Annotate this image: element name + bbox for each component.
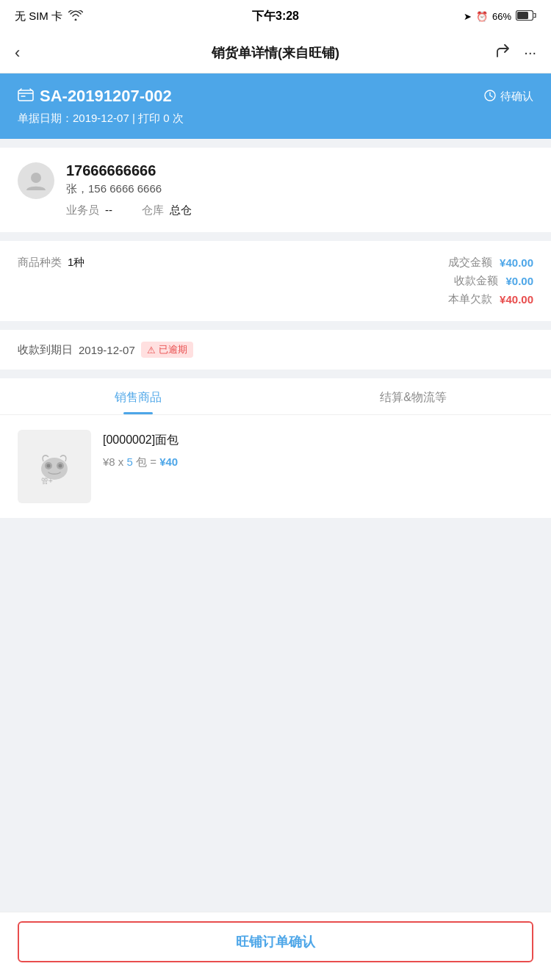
overdue-text: 已逾期 <box>159 343 187 356</box>
clock-icon <box>484 90 496 104</box>
confirm-label: 旺铺订单确认 <box>236 933 315 951</box>
customer-phone: 17666666666 <box>66 162 533 179</box>
share-icon[interactable] <box>494 43 511 62</box>
due-row: 本单欠款 ¥40.00 <box>448 292 533 306</box>
tabs-container: 销售商品 结算&物流等 <box>0 378 551 415</box>
summary-card: 商品种类 1种 成交金额 ¥40.00 收款金额 ¥0.00 本单欠款 ¥40.… <box>0 241 551 321</box>
tab-products[interactable]: 销售商品 <box>0 378 276 414</box>
unit-price: ¥8 <box>103 455 115 468</box>
svg-point-4 <box>31 173 41 183</box>
overdue-badge: ⚠ 已逾期 <box>141 342 193 358</box>
due-date-value: 2019-12-07 <box>79 344 135 356</box>
battery-text: 66% <box>492 11 511 22</box>
tab-settlement[interactable]: 结算&物流等 <box>276 378 551 414</box>
product-types-count: 1种 <box>68 256 84 270</box>
due-date-label: 收款到期日 <box>18 343 73 357</box>
page-title: 销货单详情(来自旺铺) <box>212 44 339 62</box>
unit: 包 <box>136 455 147 468</box>
svg-rect-1 <box>517 12 528 19</box>
summary-row: 商品种类 1种 成交金额 ¥40.00 收款金额 ¥0.00 本单欠款 ¥40.… <box>18 256 533 306</box>
wifi-icon <box>68 10 83 23</box>
sales-rep-label: 业务员 <box>66 203 99 217</box>
received-label: 收款金额 <box>454 274 498 288</box>
order-id-icon <box>18 87 34 106</box>
alarm-icon: ⏰ <box>476 11 488 22</box>
customer-info: 17666666666 张，156 6666 6666 业务员 -- 仓库 总仓 <box>66 162 533 217</box>
svg-point-9 <box>59 464 62 468</box>
product-card: 管+ [0000002]面包 ¥8 x 5 包 = ¥40 <box>0 415 551 518</box>
bottom-bar: 旺铺订单确认 <box>0 912 551 980</box>
order-header: SA-20191207-002 待确认 单据日期：2019-12-07 | 打印… <box>0 73 551 139</box>
battery-icon <box>516 10 536 23</box>
customer-section: 17666666666 张，156 6666 6666 业务员 -- 仓库 总仓 <box>18 162 533 217</box>
equals-sign: = <box>150 455 159 468</box>
due-date-card: 收款到期日 2019-12-07 ⚠ 已逾期 <box>0 330 551 370</box>
product-thumbnail: 管+ <box>18 430 91 503</box>
warehouse-label: 仓库 <box>142 203 164 217</box>
order-id: SA-20191207-002 <box>18 87 172 106</box>
customer-meta: 业务员 -- 仓库 总仓 <box>66 203 533 217</box>
status-bar-right: ➤ ⏰ 66% <box>464 10 536 23</box>
total-price: ¥40 <box>159 455 178 468</box>
received-row: 收款金额 ¥0.00 <box>454 274 533 288</box>
avatar <box>18 162 54 199</box>
empty-area <box>0 518 551 650</box>
product-info: [0000002]面包 ¥8 x 5 包 = ¥40 <box>103 430 533 469</box>
customer-name: 张，156 6666 6666 <box>66 182 533 196</box>
svg-point-8 <box>47 464 51 468</box>
order-header-top: SA-20191207-002 待确认 <box>18 87 533 106</box>
due-value: ¥40.00 <box>500 293 533 306</box>
nav-right-actions: ··· <box>494 43 536 62</box>
summary-right: 成交金额 ¥40.00 收款金额 ¥0.00 本单欠款 ¥40.00 <box>448 256 533 306</box>
transaction-row: 成交金额 ¥40.00 <box>448 256 533 270</box>
status-bar-left: 无 SIM 卡 <box>15 10 83 24</box>
confirm-button[interactable]: 旺铺订单确认 <box>18 921 533 962</box>
product-price: ¥8 x 5 包 = ¥40 <box>103 455 533 469</box>
nav-bar: ‹ 销货单详情(来自旺铺) ··· <box>0 32 551 73</box>
order-status: 待确认 <box>484 90 533 104</box>
warehouse-value: 总仓 <box>170 203 192 217</box>
status-time: 下午3:28 <box>252 9 299 24</box>
transaction-label: 成交金额 <box>448 256 492 270</box>
multiply-sign: x <box>118 455 127 468</box>
product-types-label: 商品种类 <box>18 256 62 270</box>
order-meta: 单据日期：2019-12-07 | 打印 0 次 <box>18 112 533 126</box>
product-name: [0000002]面包 <box>103 433 533 448</box>
carrier-text: 无 SIM 卡 <box>15 10 62 24</box>
sales-rep-value: -- <box>105 203 112 217</box>
transaction-value: ¥40.00 <box>500 256 533 269</box>
back-button[interactable]: ‹ <box>15 43 20 62</box>
location-icon: ➤ <box>464 11 472 22</box>
tab-settlement-label: 结算&物流等 <box>380 391 447 403</box>
received-value: ¥0.00 <box>505 275 533 287</box>
status-bar: 无 SIM 卡 下午3:28 ➤ ⏰ 66% <box>0 0 551 32</box>
summary-left: 商品种类 1种 <box>18 256 84 270</box>
warning-icon: ⚠ <box>147 345 156 356</box>
svg-rect-2 <box>18 90 33 101</box>
due-label: 本单欠款 <box>448 292 492 306</box>
tab-products-label: 销售商品 <box>115 391 162 403</box>
quantity: 5 <box>127 455 133 468</box>
status-text: 待确认 <box>500 90 533 104</box>
customer-card: 17666666666 张，156 6666 6666 业务员 -- 仓库 总仓 <box>0 148 551 232</box>
more-icon[interactable]: ··· <box>524 44 536 61</box>
svg-text:管+: 管+ <box>41 477 53 485</box>
sales-rep-item: 业务员 -- <box>66 203 112 217</box>
warehouse-item: 仓库 总仓 <box>142 203 192 217</box>
